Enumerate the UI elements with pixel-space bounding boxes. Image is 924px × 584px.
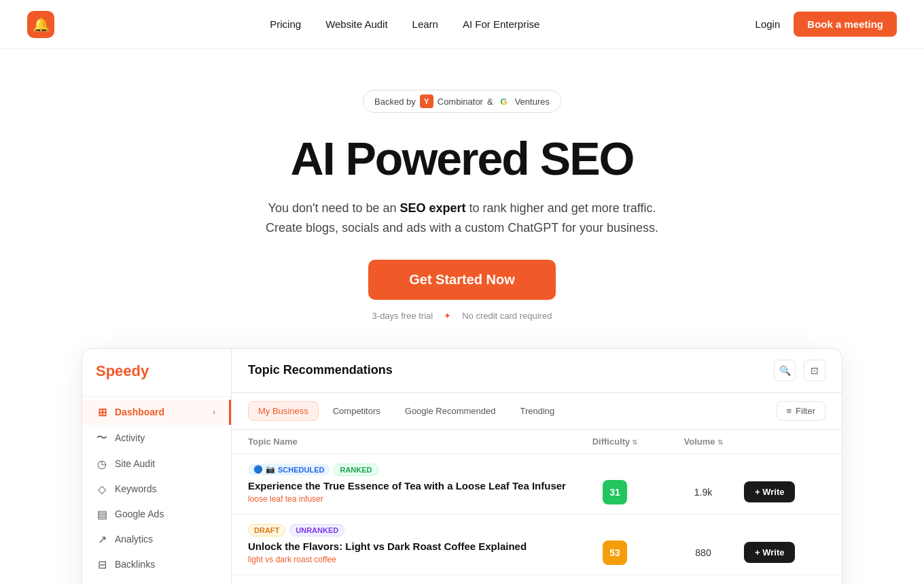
trial-label: 3-days free trial (372, 311, 433, 321)
row1-badges: 🔵 📷 SCHEDULED RANKED (248, 464, 825, 476)
site-audit-icon: ◷ (96, 458, 108, 470)
dashboard-card: Speedy ⊞ Dashboard › 〜 Activity ◷ Site A… (82, 348, 842, 584)
table-row: 🔵 📷 SCHEDULED UNRANKED (232, 575, 842, 584)
badge-draft-2: DRAFT (248, 524, 285, 536)
row2-badges: DRAFT UNRANKED (248, 524, 825, 536)
badge-ranked-1: RANKED (334, 464, 378, 476)
hero-sub-text: 3-days free trial ✦ No credit card requi… (14, 311, 910, 321)
navbar: 🔔 Pricing Website Audit Learn AI For Ent… (0, 0, 924, 49)
sidebar-item-site-audit[interactable]: ◷ Site Audit (82, 451, 231, 477)
cta-button[interactable]: Get Started Now (368, 260, 556, 300)
sidebar-item-backlinks[interactable]: ⊟ Backlinks (82, 552, 231, 577)
row2-main: Unlock the Flavors: Light vs Dark Roast … (248, 540, 825, 565)
row1-keyword: loose leaf tea infuser (248, 494, 567, 504)
sidebar-label-google-ads: Google Ads (115, 509, 164, 519)
nav-ai-enterprise[interactable]: AI For Enterprise (463, 18, 539, 30)
sidebar: Speedy ⊞ Dashboard › 〜 Activity ◷ Site A… (82, 349, 232, 584)
backlinks-icon: ⊟ (96, 558, 108, 571)
filter-button[interactable]: ≡ Filter (777, 401, 825, 421)
search-icon[interactable]: 🔍 (774, 360, 796, 381)
sidebar-item-google-ads[interactable]: ▤ Google Ads (82, 502, 231, 527)
sidebar-label-activity: Activity (115, 432, 145, 443)
sidebar-item-analytics[interactable]: ↗ Analytics (82, 527, 231, 552)
row1-title: Experience the True Essence of Tea with … (248, 480, 567, 492)
desc-3: Create blogs, socials and ads with a cus… (266, 221, 658, 235)
tabs-row: My Business Competitors Google Recommend… (232, 393, 842, 430)
combinator-label: Combinator (438, 97, 483, 107)
table-header: Topic Name Difficulty⇅ Volume⇅ (232, 430, 842, 454)
table-row: 🔵 📷 SCHEDULED RANKED Experience the True… (232, 454, 842, 515)
ig-icon: 📷 (266, 465, 275, 474)
row2-action: + Write (744, 542, 825, 563)
login-button[interactable]: Login (756, 18, 781, 30)
tab-my-business[interactable]: My Business (248, 401, 319, 421)
col-header-difficulty[interactable]: Difficulty⇅ (567, 436, 662, 447)
topbar: Topic Recommendations 🔍 ⊡ (232, 349, 842, 393)
sidebar-item-dashboard[interactable]: ⊞ Dashboard › (82, 400, 231, 425)
topbar-actions: 🔍 ⊡ (774, 360, 825, 381)
sidebar-item-activity[interactable]: 〜 Activity (82, 425, 231, 451)
row2-volume: 880 (662, 547, 744, 558)
hero-section: Backed by Y Combinator & G Ventures AI P… (0, 49, 924, 348)
yc-logo: Y (420, 95, 433, 108)
filter-icon: ≡ (787, 406, 792, 416)
col-header-topic: Topic Name (248, 436, 567, 447)
tab-competitors[interactable]: Competitors (323, 401, 391, 421)
main-content: Topic Recommendations 🔍 ⊡ My Business Co… (232, 349, 842, 584)
filter-label: Filter (796, 406, 815, 416)
hero-description: You don't need to be an SEO expert to ra… (14, 199, 910, 238)
sidebar-item-integrations[interactable]: ⊞ Integrations (82, 577, 231, 584)
dashboard-icon: ⊞ (96, 406, 108, 419)
sidebar-logo: Speedy (82, 362, 231, 394)
badge-unranked-2: UNRANKED (289, 524, 344, 536)
row1-topic: Experience the True Essence of Tea with … (248, 480, 567, 504)
row1-write-button[interactable]: + Write (744, 481, 795, 502)
sidebar-label-dashboard: Dashboard (115, 407, 164, 417)
row1-difficulty: 31 (567, 480, 662, 504)
desc-2: to rank higher and get more traffic. (466, 201, 656, 215)
keywords-icon: ◇ (96, 483, 108, 496)
row2-write-button[interactable]: + Write (744, 542, 795, 563)
row1-main: Experience the True Essence of Tea with … (248, 480, 825, 504)
and-label: & (487, 97, 493, 107)
logo-icon[interactable]: 🔔 (27, 11, 54, 38)
nav-website-audit[interactable]: Website Audit (325, 18, 387, 30)
separator-dot: ✦ (444, 311, 451, 321)
activity-icon: 〜 (96, 431, 108, 445)
row2-title: Unlock the Flavors: Light vs Dark Roast … (248, 540, 567, 552)
backed-badge: Backed by Y Combinator & G Ventures (363, 90, 561, 113)
sidebar-divider (82, 396, 231, 397)
nav-pricing[interactable]: Pricing (270, 18, 301, 30)
nav-learn[interactable]: Learn (412, 18, 438, 30)
sidebar-label-backlinks: Backlinks (115, 559, 155, 570)
badge-scheduled-1: 🔵 📷 SCHEDULED (248, 464, 330, 475)
google-ads-icon: ▤ (96, 508, 108, 521)
topbar-title: Topic Recommendations (248, 363, 393, 377)
backed-text: Backed by (374, 97, 416, 107)
dashboard-wrapper: Speedy ⊞ Dashboard › 〜 Activity ◷ Site A… (68, 348, 856, 584)
nav-links: Pricing Website Audit Learn AI For Enter… (270, 18, 539, 30)
sidebar-label-site-audit: Site Audit (115, 458, 155, 469)
export-icon[interactable]: ⊡ (804, 360, 825, 381)
dashboard-arrow: › (213, 407, 215, 417)
col-header-volume[interactable]: Volume⇅ (662, 436, 744, 447)
no-cc-label: No credit card required (462, 311, 552, 321)
sidebar-label-keywords: Keywords (115, 483, 156, 494)
desc-bold: SEO expert (400, 201, 466, 215)
row1-action: + Write (744, 481, 825, 502)
row1-volume: 1.9k (662, 487, 744, 498)
sidebar-item-keywords[interactable]: ◇ Keywords (82, 477, 231, 502)
row2-keyword: light vs dark roast coffee (248, 555, 567, 564)
row2-topic: Unlock the Flavors: Light vs Dark Roast … (248, 540, 567, 564)
tabs: My Business Competitors Google Recommend… (248, 401, 565, 421)
analytics-icon: ↗ (96, 533, 108, 546)
hero-headline: AI Powered SEO (14, 132, 910, 185)
table-row: DRAFT UNRANKED Unlock the Flavors: Light… (232, 515, 842, 575)
nav-actions: Login Book a meeting (756, 12, 897, 37)
ventures-label: Ventures (515, 97, 550, 107)
book-meeting-button[interactable]: Book a meeting (794, 12, 897, 37)
tab-google-recommended[interactable]: Google Recommended (395, 401, 506, 421)
desc-1: You don't need to be an (268, 201, 400, 215)
google-logo: G (497, 95, 511, 108)
tab-trending[interactable]: Trending (510, 401, 565, 421)
